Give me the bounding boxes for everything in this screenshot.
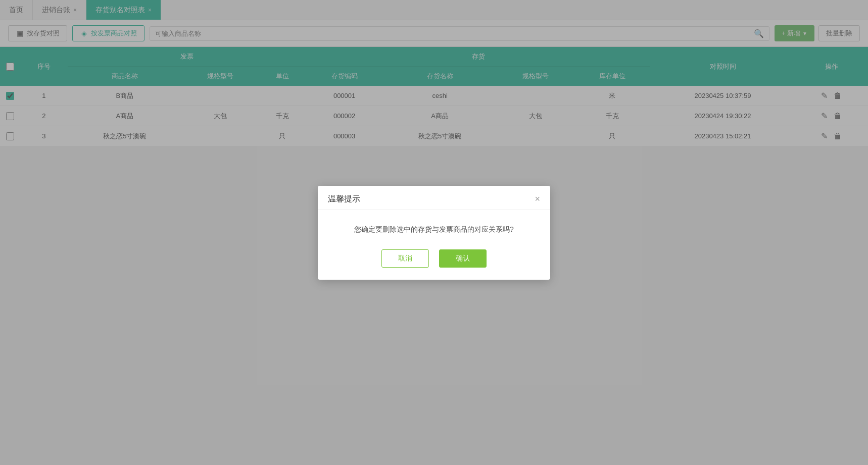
modal-overlay: 温馨提示 × 您确定要删除选中的存货与发票商品的对应关系吗? 取消 确认 [0, 0, 868, 146]
